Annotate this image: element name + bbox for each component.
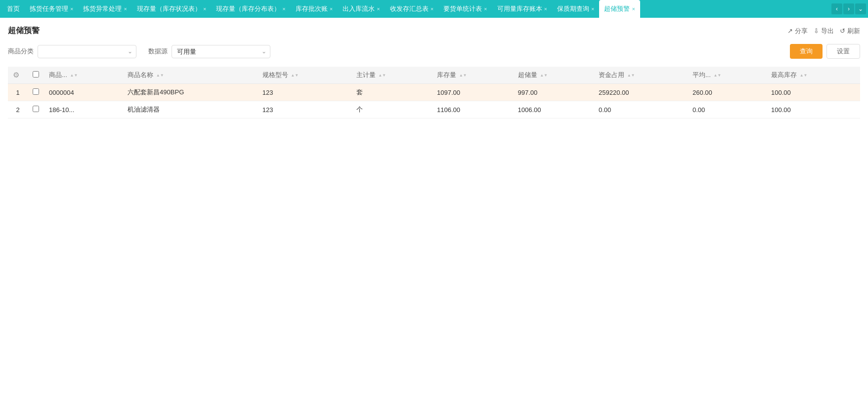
cell-capital-2: 0.00	[594, 101, 688, 118]
table-settings-icon[interactable]: ⚙	[13, 71, 19, 79]
cell-spec-2: 123	[258, 101, 351, 118]
header-actions: ↗ 分享 ⇩ 导出 ↺ 刷新	[787, 27, 860, 36]
filter-bar: 商品分类 ⌄ 数据源 可用量 库存量 ⌄ 查询 设置	[8, 44, 860, 59]
close-pick-abnormal-icon[interactable]: ×	[124, 6, 127, 12]
settings-button[interactable]: 设置	[826, 44, 860, 59]
datasource-filter: 数据源 可用量 库存量 ⌄	[148, 45, 270, 58]
nav-prev-button[interactable]: ‹	[831, 3, 842, 14]
sort-stock-icon: ▲▼	[459, 74, 467, 78]
category-filter: 商品分类 ⌄	[8, 45, 136, 58]
sort-product-name-icon: ▲▼	[156, 74, 164, 78]
cell-max-stock-2: 100.00	[766, 101, 860, 118]
cell-unit-1: 套	[351, 84, 432, 101]
cell-product-code-1: 0000004	[44, 84, 123, 101]
cell-avg-1: 260.00	[688, 84, 766, 101]
close-pick-task-icon[interactable]: ×	[70, 6, 73, 12]
nav-next-button[interactable]: ›	[843, 3, 854, 14]
nav-overstock[interactable]: 超储预警 ×	[599, 0, 640, 18]
nav-stock-dist[interactable]: 现存量（库存分布表） ×	[211, 0, 290, 18]
page-content: 超储预警 ↗ 分享 ⇩ 导出 ↺ 刷新 商品分类 ⌄	[0, 18, 868, 395]
page-header: 超储预警 ↗ 分享 ⇩ 导出 ↺ 刷新	[8, 26, 860, 36]
cell-avg-2: 0.00	[688, 101, 766, 118]
share-icon: ↗	[787, 27, 793, 35]
sort-product-code-icon: ▲▼	[70, 74, 78, 78]
nav-stock-status[interactable]: 现存量（库存状况表） ×	[132, 0, 211, 18]
cell-spec-1: 123	[258, 84, 351, 101]
nav-expiry[interactable]: 保质期查询 ×	[552, 0, 599, 18]
filter-actions: 查询 设置	[790, 44, 860, 59]
query-button[interactable]: 查询	[790, 44, 823, 59]
nav-pick-abnormal[interactable]: 拣货异常处理 ×	[78, 0, 131, 18]
col-stock[interactable]: 库存量 ▲▼	[432, 67, 513, 84]
sort-avg-icon: ▲▼	[713, 74, 721, 78]
close-overstock-icon[interactable]: ×	[632, 6, 635, 12]
category-select[interactable]	[38, 45, 136, 58]
table-row: 1 0000004 六配套新昌490BPG 123 套 1097.00 997.…	[8, 84, 860, 101]
table-checkbox-header	[28, 67, 44, 84]
close-inout-flow-icon[interactable]: ×	[377, 6, 380, 12]
col-avg[interactable]: 平均... ▲▼	[688, 67, 766, 84]
nav-order-stat[interactable]: 要货单统计表 ×	[438, 0, 492, 18]
cell-overstock-1: 997.00	[513, 84, 594, 101]
cell-product-name-2: 机油滤清器	[123, 101, 258, 118]
sort-overstock-icon: ▲▼	[540, 74, 548, 78]
col-max-stock[interactable]: 最高库存 ▲▼	[766, 67, 860, 84]
col-capital[interactable]: 资金占用 ▲▼	[594, 67, 688, 84]
table-header-row: ⚙ 商品... ▲▼ 商品名称 ▲▼ 规格型号 ▲▼ 主计	[8, 67, 860, 84]
row-checkbox-2[interactable]	[33, 106, 39, 112]
table-gear-header: ⚙	[8, 67, 28, 84]
sort-unit-icon: ▲▼	[378, 74, 386, 78]
sort-max-stock-icon: ▲▼	[800, 74, 808, 78]
share-button[interactable]: ↗ 分享	[787, 27, 808, 36]
close-stock-status-icon[interactable]: ×	[203, 6, 206, 12]
top-navigation: 首页 拣货任务管理 × 拣货异常处理 × 现存量（库存状况表） × 现存量（库存…	[0, 0, 868, 18]
close-order-stat-icon[interactable]: ×	[484, 6, 487, 12]
row-checkbox-cell-1	[28, 84, 44, 101]
cell-capital-1: 259220.00	[594, 84, 688, 101]
refresh-icon: ↺	[840, 27, 845, 35]
close-stock-dist-icon[interactable]: ×	[282, 6, 285, 12]
col-product-code[interactable]: 商品... ▲▼	[44, 67, 123, 84]
nav-available-ledger[interactable]: 可用量库存账本 ×	[492, 0, 552, 18]
sort-spec-icon: ▲▼	[291, 74, 299, 78]
datasource-select[interactable]: 可用量 库存量	[172, 45, 270, 58]
close-expiry-icon[interactable]: ×	[591, 6, 594, 12]
cell-unit-2: 个	[351, 101, 432, 118]
cell-product-code-2: 186-10...	[44, 101, 123, 118]
table-row: 2 186-10... 机油滤清器 123 个 1106.00 1006.00 …	[8, 101, 860, 118]
category-label: 商品分类	[8, 47, 34, 56]
col-unit[interactable]: 主计量 ▲▼	[351, 67, 432, 84]
close-batch-ledger-icon[interactable]: ×	[330, 6, 333, 12]
cell-max-stock-1: 100.00	[766, 84, 860, 101]
nav-batch-ledger[interactable]: 库存批次账 ×	[291, 0, 338, 18]
page-title: 超储预警	[8, 26, 40, 36]
col-spec[interactable]: 规格型号 ▲▼	[258, 67, 351, 84]
row-number-2: 2	[8, 101, 28, 118]
row-checkbox-1[interactable]	[33, 88, 39, 95]
close-summary-icon[interactable]: ×	[431, 6, 434, 12]
row-number-1: 1	[8, 84, 28, 101]
nav-arrows: ‹ › ⌄	[831, 3, 866, 14]
refresh-button[interactable]: ↺ 刷新	[840, 27, 860, 36]
category-select-wrapper: ⌄	[38, 45, 136, 58]
nav-pick-task[interactable]: 拣货任务管理 ×	[25, 0, 78, 18]
cell-stock-2: 1106.00	[432, 101, 513, 118]
datasource-label: 数据源	[148, 47, 168, 56]
data-table: ⚙ 商品... ▲▼ 商品名称 ▲▼ 规格型号 ▲▼ 主计	[8, 67, 860, 118]
col-product-name[interactable]: 商品名称 ▲▼	[123, 67, 258, 84]
row-checkbox-cell-2	[28, 101, 44, 118]
nav-summary[interactable]: 收发存汇总表 ×	[385, 0, 438, 18]
cell-overstock-2: 1006.00	[513, 101, 594, 118]
close-available-ledger-icon[interactable]: ×	[544, 6, 547, 12]
datasource-select-wrapper: 可用量 库存量 ⌄	[172, 45, 270, 58]
sort-capital-icon: ▲▼	[627, 74, 635, 78]
nav-inout-flow[interactable]: 出入库流水 ×	[338, 0, 385, 18]
export-icon: ⇩	[814, 27, 819, 35]
select-all-checkbox[interactable]	[33, 71, 39, 78]
cell-stock-1: 1097.00	[432, 84, 513, 101]
nav-home[interactable]: 首页	[2, 0, 25, 18]
col-overstock[interactable]: 超储量 ▲▼	[513, 67, 594, 84]
cell-product-name-1: 六配套新昌490BPG	[123, 84, 258, 101]
export-button[interactable]: ⇩ 导出	[814, 27, 834, 36]
nav-menu-button[interactable]: ⌄	[855, 3, 866, 14]
